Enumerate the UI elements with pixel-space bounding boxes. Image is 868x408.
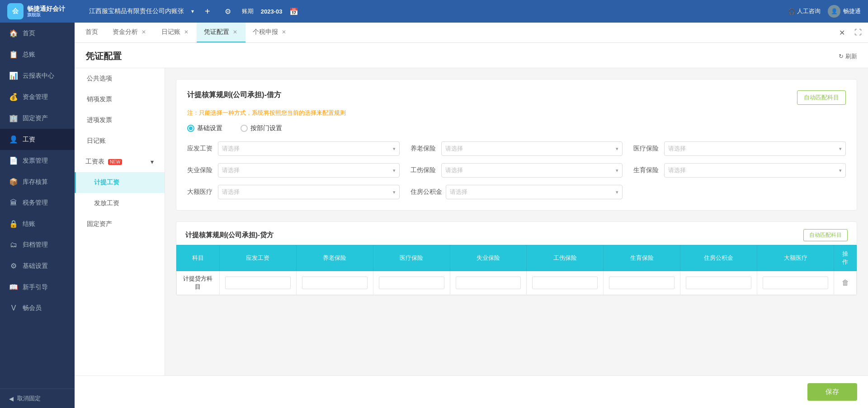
col-header-base-salary: 应发工资 — [219, 245, 296, 271]
sidebar-item-inventory[interactable]: 📦 库存核算 — [0, 171, 75, 192]
close-period-icon: 🔒 — [9, 220, 18, 228]
main-layout: 🏠 首页 📋 总账 📊 云报表中心 💰 资金管理 🏢 固定资产 👤 工资 📄 发… — [0, 23, 868, 408]
left-nav-fixed-assets[interactable]: 固定资产 — [75, 214, 165, 234]
select-injury[interactable]: 请选择 ▾ — [441, 163, 623, 178]
invoice-icon: 📄 — [9, 156, 18, 165]
tab-bar: 首页 资金分析 ✕ 日记账 ✕ 凭证配置 ✕ 个税申报 ✕ ✕ ⛶ — [75, 23, 868, 43]
col-header-medical: 医疗保险 — [373, 245, 450, 271]
sidebar-item-invoice[interactable]: 📄 发票管理 — [0, 150, 75, 171]
cell-pension — [296, 271, 373, 295]
left-nav-sales-invoice[interactable]: 销项发票 — [75, 89, 165, 110]
save-button[interactable]: 保存 — [807, 383, 857, 401]
tab-home[interactable]: 首页 — [78, 23, 105, 42]
top-bar-center: 江西服宝精品有限责任公司内账张 ▾ + ⚙ 账期 2023-03 📅 — [82, 6, 788, 17]
archive-icon: 🗂 — [9, 241, 18, 249]
left-nav-public[interactable]: 公共选项 — [75, 68, 165, 89]
delete-row-button[interactable]: 🗑 — [842, 279, 849, 286]
report-icon: 📊 — [9, 71, 18, 80]
form-item-large-medical: 大额医疗 请选择 ▾ — [187, 185, 400, 199]
select-pension[interactable]: 请选择 ▾ — [441, 141, 623, 156]
tab-capital-analysis[interactable]: 资金分析 ✕ — [105, 23, 154, 42]
sidebar-item-general-ledger[interactable]: 📋 总账 — [0, 44, 75, 65]
sidebar-item-fund-management[interactable]: 💰 资金管理 — [0, 86, 75, 108]
username: 畅捷通 — [843, 7, 861, 15]
sidebar-item-archive[interactable]: 🗂 归档管理 — [0, 234, 75, 255]
close-tab-action[interactable]: ✕ — [835, 26, 848, 39]
sidebar-item-home[interactable]: 🏠 首页 — [0, 23, 75, 44]
form-item-base-salary: 应发工资 请选择 ▾ — [187, 141, 400, 156]
left-nav-pay-salary[interactable]: 发放工资 — [75, 193, 165, 214]
col-header-large-medical: 大额医疗 — [757, 245, 834, 271]
top-bar: 会 畅捷通好会计 旗舰版 江西服宝精品有限责任公司内账张 ▾ + ⚙ 账期 20… — [0, 0, 868, 23]
cell-subject-label: 计提贷方科目 — [177, 271, 220, 295]
sidebar-item-reports[interactable]: 📊 云报表中心 — [0, 65, 75, 86]
sidebar-item-tax[interactable]: 🏛 税务管理 — [0, 192, 75, 213]
user-info[interactable]: 👤 畅捷通 — [828, 5, 861, 18]
sidebar-item-fixed-assets[interactable]: 🏢 固定资产 — [0, 108, 75, 129]
salary-icon: 👤 — [9, 135, 18, 144]
left-nav-journal[interactable]: 日记账 — [75, 131, 165, 151]
form-item-pension: 养老保险 请选择 ▾ — [410, 141, 623, 156]
expand-tab-action[interactable]: ⛶ — [852, 26, 864, 39]
tab-close-journal[interactable]: ✕ — [183, 29, 189, 35]
input-injury[interactable] — [532, 277, 598, 289]
input-housing-fund[interactable] — [686, 277, 751, 289]
radio-basic-settings[interactable]: 基础设置 — [187, 124, 222, 132]
col-header-subject: 科目 — [177, 245, 220, 271]
left-nav-purchase-invoice[interactable]: 进项发票 — [75, 110, 165, 131]
table-row: 计提贷方科目 🗑 — [177, 271, 857, 295]
auto-match-credit-button[interactable]: 自动匹配科目 — [803, 229, 848, 241]
refresh-button[interactable]: ↻ 刷新 — [839, 52, 857, 66]
left-nav-provision-salary[interactable]: 计提工资 — [75, 172, 165, 193]
cell-unemployment — [450, 271, 527, 295]
cell-base-salary — [219, 271, 296, 295]
avatar: 👤 — [828, 5, 840, 18]
chevron-icon: ▾ — [151, 158, 154, 165]
tab-voucher-config[interactable]: 凭证配置 ✕ — [197, 23, 245, 42]
select-medical[interactable]: 请选择 ▾ — [664, 141, 846, 156]
sidebar-item-guide[interactable]: 📖 新手引导 — [0, 277, 75, 298]
add-button[interactable]: + — [201, 6, 214, 17]
select-arrow: ▾ — [393, 168, 396, 174]
left-nav-salary-table-header[interactable]: 工资表 NEW ▾ — [75, 151, 165, 172]
fund-icon: 💰 — [9, 93, 18, 101]
tab-journal[interactable]: 日记账 ✕ — [154, 23, 197, 42]
refresh-icon: ↻ — [839, 53, 844, 60]
tab-close-capital-analysis[interactable]: ✕ — [141, 29, 147, 35]
sidebar-item-salary[interactable]: 👤 工资 — [0, 129, 75, 150]
sidebar-item-vip[interactable]: V 畅会员 — [0, 298, 75, 319]
sidebar-item-settings[interactable]: ⚙ 基础设置 — [0, 255, 75, 277]
form-item-maternity: 生育保险 请选择 ▾ — [633, 163, 846, 178]
select-arrow: ▾ — [616, 189, 618, 195]
select-housing-fund[interactable]: 请选择 ▾ — [446, 185, 623, 199]
auto-match-debit-button[interactable]: 自动匹配科目 — [797, 90, 846, 105]
input-base-salary[interactable] — [225, 277, 291, 289]
tab-close-tax-filing[interactable]: ✕ — [281, 29, 287, 35]
company-name: 江西服宝精品有限责任公司内账张 — [89, 7, 184, 15]
radio-circle-dept — [241, 125, 248, 132]
inner-layout: 公共选项 销项发票 进项发票 日记账 工资表 NEW ▾ 计提工资 发放工资 固… — [75, 68, 868, 375]
select-arrow: ▾ — [839, 146, 842, 152]
radio-department-settings[interactable]: 按部门设置 — [241, 124, 282, 132]
guide-icon: 📖 — [9, 283, 18, 291]
calendar-icon[interactable]: 📅 — [289, 7, 298, 16]
tab-tax-filing[interactable]: 个税申报 ✕ — [245, 23, 294, 42]
ai-consult-button[interactable]: 🎧 人工咨询 — [788, 7, 821, 15]
input-pension[interactable] — [302, 277, 368, 289]
sidebar-unpin-button[interactable]: ◀ 取消固定 — [0, 389, 75, 408]
settings-icon[interactable]: ⚙ — [221, 7, 235, 16]
select-unemployment[interactable]: 请选择 ▾ — [218, 163, 400, 178]
input-maternity[interactable] — [609, 277, 675, 289]
select-large-medical[interactable]: 请选择 ▾ — [218, 185, 400, 199]
section-note: 注：只能选择一种方式，系统将按照您当前的选择来配置规则 — [187, 109, 846, 117]
cell-medical — [373, 271, 450, 295]
tab-close-voucher-config[interactable]: ✕ — [232, 29, 238, 35]
company-dropdown-icon[interactable]: ▾ — [191, 8, 194, 14]
pin-icon: ◀ — [9, 395, 14, 402]
select-maternity[interactable]: 请选择 ▾ — [664, 163, 846, 178]
input-large-medical[interactable] — [763, 277, 828, 289]
sidebar-item-close-period[interactable]: 🔒 结账 — [0, 213, 75, 234]
input-unemployment[interactable] — [456, 277, 521, 289]
input-medical[interactable] — [379, 277, 444, 289]
select-base-salary[interactable]: 请选择 ▾ — [218, 141, 400, 156]
